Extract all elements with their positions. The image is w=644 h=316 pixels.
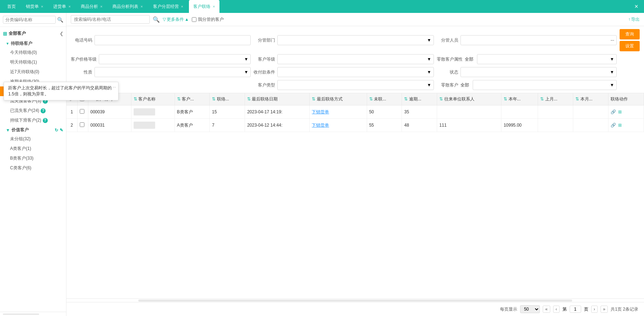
sidebar-declining[interactable]: 持续下滑客户(2) ? <box>0 115 66 125</box>
nav-customer-segment-close[interactable]: × <box>181 4 183 9</box>
row2-checkbox[interactable] <box>77 119 88 132</box>
nav-product-analysis-list-label: 商品分析列表 <box>112 4 138 10</box>
col-customer-type[interactable]: ⇅ 客户... <box>175 93 210 105</box>
export-button[interactable]: ↑ 导出 <box>628 16 640 23</box>
col-overdue[interactable]: ⇅ 逾期... <box>402 93 437 105</box>
row1-select[interactable] <box>80 109 84 114</box>
col-contact-count[interactable]: ⇅ 联络... <box>210 93 245 105</box>
edit-icon[interactable]: ✎ <box>60 128 63 133</box>
row2-last-method[interactable]: 下销货单 <box>310 119 367 132</box>
row2-link-icon[interactable]: 🔗 <box>611 123 616 128</box>
filter-search-button[interactable]: 🔍 <box>153 16 160 23</box>
settings-button[interactable]: 设置 <box>620 41 640 51</box>
nav-customer-contact[interactable]: 客户联络 × <box>189 0 219 13</box>
horizontal-scrollbar[interactable] <box>138 300 572 302</box>
row2-grid-icon[interactable]: ⊞ <box>618 123 622 128</box>
sidebar-a-class[interactable]: A类客户(1) <box>0 144 66 154</box>
value-group-header[interactable]: ▼ 价值客户 ↻ ✎ <box>0 125 66 134</box>
filter-customer-level-select[interactable]: ▼ <box>277 54 434 64</box>
pending-contact-label: 待联络客户 <box>11 41 32 47</box>
query-button[interactable]: 查询 <box>620 29 640 39</box>
my-customers-checkbox[interactable] <box>192 17 196 22</box>
row1-link-icon[interactable]: 🔗 <box>611 109 616 114</box>
value-group-label: 价值客户 <box>11 127 29 133</box>
data-table: ⚙ ⇅ 客户编码 ⇅ 客户名称 ⇅ 客户... ⇅ 联络... ⇅ 最后联络日期… <box>66 93 644 132</box>
window-close-icon[interactable]: × <box>631 3 641 10</box>
collapse-icon[interactable]: ❮ <box>60 31 63 36</box>
nav-purchase-close[interactable]: × <box>68 4 70 9</box>
page-number-input[interactable] <box>570 306 581 313</box>
prev-page-button[interactable]: ‹ <box>553 306 560 313</box>
data-table-wrapper: ⚙ ⇅ 客户编码 ⇅ 客户名称 ⇅ 客户... ⇅ 联络... ⇅ 最后联络日期… <box>66 93 644 298</box>
col-unlocked[interactable]: ⇅ 未联... <box>367 93 402 105</box>
tooltip-close[interactable]: ... <box>112 84 116 89</box>
sidebar-search-button[interactable]: 🔍 <box>57 17 63 23</box>
filter-scatter-attr-select[interactable]: ▼ <box>477 54 617 64</box>
row2-select[interactable] <box>80 122 84 127</box>
next-page-button[interactable]: › <box>591 306 598 313</box>
nav-sales-close[interactable]: × <box>41 4 43 9</box>
filter-phone-input[interactable] <box>94 35 251 45</box>
more-conditions-button[interactable]: ▽ 更多条件 ▲ <box>163 16 189 23</box>
filter-scatter-customer-select[interactable]: ▼ <box>473 80 617 90</box>
chevron-up-icon: ▲ <box>185 17 189 22</box>
sidebar-7days-pending[interactable]: 近7天待联络(0) <box>0 67 66 77</box>
my-customers-checkbox-label[interactable]: 我分管的客户 <box>192 16 224 23</box>
nav-product-analysis-list-close[interactable]: × <box>140 4 143 9</box>
sidebar-scrollbar[interactable] <box>3 313 39 315</box>
nav-customer-segment[interactable]: 客户分层经营 × <box>149 0 187 13</box>
row1-checkbox[interactable] <box>77 105 88 119</box>
filter-nature-select[interactable]: ▼ <box>94 67 251 77</box>
sidebar-c-class[interactable]: C类客户(6) <box>0 163 66 173</box>
filter-department-select[interactable]: ▼ <box>277 35 434 45</box>
top-nav: 首页 销货单 × 进货单 × 商品分析 × 商品分析列表 × 客户分层经营 × … <box>0 0 644 13</box>
col-last-contact-method[interactable]: ⇅ 最后联络方式 <box>310 93 367 105</box>
filter-person-select[interactable]: ··· <box>460 35 617 45</box>
filter-search-input[interactable] <box>71 15 150 24</box>
filter-phone-label: 电话号码 <box>71 37 92 43</box>
nav-home[interactable]: 首页 <box>3 0 20 13</box>
filter-customer-level: 客户等级 ▼ <box>254 54 434 64</box>
nav-sales[interactable]: 销货单 × <box>22 0 47 13</box>
sidebar-ungrouped[interactable]: 未分组(32) <box>0 134 66 144</box>
sidebar-b-class[interactable]: B类客户(33) <box>0 154 66 163</box>
nav-customer-contact-close[interactable]: × <box>213 4 215 9</box>
pending-contact-group[interactable]: ▼ 待联络客户 <box>0 39 66 48</box>
refresh-icon[interactable]: ↻ <box>55 128 58 133</box>
filter-department: 分管部门 ▼ <box>254 29 434 51</box>
nav-product-analysis-close[interactable]: × <box>100 4 102 9</box>
col-customer-name[interactable]: ⇅ 客户名称 <box>131 93 175 105</box>
nav-customer-segment-label: 客户分层经营 <box>153 4 179 10</box>
row1-last-method[interactable]: 下销货单 <box>310 105 367 119</box>
filter-price-level-select[interactable]: ▼ <box>99 54 251 64</box>
row1-grid-icon[interactable]: ⊞ <box>618 109 622 114</box>
first-page-button[interactable]: « <box>543 306 550 313</box>
nav-customer-contact-label: 客户联络 <box>193 4 210 10</box>
sidebar-today-pending[interactable]: 今天待联络(0) <box>0 48 66 57</box>
nav-home-label: 首页 <box>7 4 16 10</box>
per-page-label: 每页显示 <box>500 306 517 312</box>
nav-product-analysis-label: 商品分析 <box>81 4 98 10</box>
filter-grid: 电话号码 分管部门 ▼ 分管人员 ··· 查询 设置 <box>66 26 644 93</box>
export-icon: ↑ <box>628 17 630 22</box>
sidebar-search-input[interactable] <box>3 16 56 24</box>
sidebar-lost[interactable]: 已流失客户(24) ? <box>0 106 66 115</box>
nav-product-analysis-list[interactable]: 商品分析列表 × <box>108 0 147 13</box>
col-last-contact-date[interactable]: ⇅ 最后联络日期 <box>245 93 310 105</box>
sidebar-tomorrow-pending[interactable]: 明天待联络(1) <box>0 57 66 67</box>
nav-purchase[interactable]: 进货单 × <box>49 0 75 13</box>
nav-product-analysis[interactable]: 商品分析 × <box>77 0 107 13</box>
filter-customer-type-select[interactable]: ▼ <box>277 80 434 90</box>
col-last-month[interactable]: ⇅ 上月... <box>538 93 573 105</box>
col-this-month[interactable]: ⇅ 本月... <box>573 93 608 105</box>
row1-unlocked: 50 <box>367 105 402 119</box>
sidebar-all-customers[interactable]: ⊞ 全部客户 ❮ <box>0 28 66 39</box>
col-this-year[interactable]: ⇅ 本年... <box>501 93 538 105</box>
triangle-icon: ▼ <box>6 42 9 46</box>
last-page-button[interactable]: » <box>601 306 608 313</box>
filter-scatter-attr-inline-label: 全部 <box>465 56 473 62</box>
filter-payment-select[interactable]: ▼ <box>277 67 434 77</box>
col-contact-person[interactable]: ⇅ 往来单位联系人 <box>437 93 501 105</box>
filter-status-select[interactable]: ▼ <box>460 67 617 77</box>
per-page-select[interactable]: 50 100 200 <box>520 305 540 313</box>
